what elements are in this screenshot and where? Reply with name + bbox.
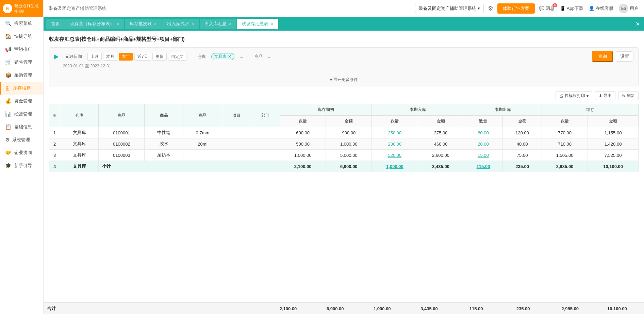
- subtotal-in-qty-link[interactable]: 1,000.00: [386, 164, 403, 169]
- refresh-btn[interactable]: ↻ 刷新: [618, 91, 639, 100]
- table-row: 3 文具库 0100003 采访本 1,000.00 5,000.00 520.…: [49, 150, 639, 161]
- th-open-qty: 数量: [280, 116, 326, 127]
- query-button[interactable]: 查询: [592, 51, 613, 62]
- filter-collapse-btn[interactable]: ▶: [54, 53, 59, 60]
- th-dept: 部门: [251, 104, 280, 127]
- out-qty-link[interactable]: 15.00: [478, 153, 489, 158]
- warehouse-more[interactable]: ...: [240, 54, 243, 59]
- out-qty-link[interactable]: 20.00: [478, 142, 489, 147]
- sidebar-item-operations[interactable]: 📊 经营管理: [0, 108, 43, 120]
- expand-label: 展开更多条件: [333, 77, 358, 83]
- export-label: 导出: [604, 93, 612, 99]
- sidebar-item-search[interactable]: 🔍 搜索菜单: [0, 17, 43, 30]
- filter-date-range-row: 2023-01-01 至 2023-12-31: [54, 63, 633, 69]
- sidebar-item-collab[interactable]: 🤝 企业协同: [0, 146, 43, 159]
- cell-end-qty: 770.00: [542, 127, 588, 138]
- goods-more[interactable]: ...: [268, 54, 271, 59]
- tab-collect-summary[interactable]: 收发存汇总表 ✕: [237, 19, 278, 29]
- goods-label: 商品: [254, 54, 263, 60]
- tab-inout-summary-close[interactable]: ✕: [229, 22, 232, 26]
- tab-inout-summary[interactable]: 出入库汇总 ✕: [200, 19, 236, 29]
- cell-open-qty: 600.00: [280, 127, 326, 138]
- cell-warehouse: 文具库: [60, 127, 99, 138]
- tab-home-label: 首页: [51, 21, 60, 27]
- date-btn-custom[interactable]: 自定义: [168, 53, 186, 61]
- cell-warehouse: 文具库: [60, 138, 99, 150]
- sidebar-item-purchase[interactable]: 📦 采购管理: [0, 69, 43, 82]
- sidebar-item-system[interactable]: ⚙ 系统管理: [0, 133, 43, 146]
- tab-inout-summary-label: 出入库汇总: [204, 21, 227, 27]
- sidebar-item-marketing[interactable]: 📢 营销推广: [0, 43, 43, 56]
- message-icon: 💬: [539, 6, 544, 11]
- cell-in-qty: 520.00: [372, 150, 418, 161]
- th-end-stock: 结存: [542, 104, 639, 116]
- warehouse-tag[interactable]: 文具库 ✕: [211, 53, 234, 60]
- subtotal-out-qty: 115.00: [464, 161, 503, 172]
- online-service-group[interactable]: 👤 在线客服: [589, 5, 613, 12]
- close-all-tabs-icon[interactable]: ✕: [634, 19, 641, 29]
- sidebar-item-guide[interactable]: 🎓 新手引导: [0, 159, 43, 172]
- footer-in-qty: 1,000.00: [359, 306, 406, 311]
- expand-conditions-btn[interactable]: ▾ 展开更多条件: [330, 77, 358, 83]
- cell-num: 3: [49, 150, 60, 161]
- system-dropdown[interactable]: 装备及固定资产辅助管理系统 ▾: [415, 4, 484, 13]
- tab-collect-summary-close[interactable]: ✕: [270, 22, 274, 26]
- date-btn-more[interactable]: 更多: [152, 53, 167, 61]
- out-qty-link[interactable]: 80.00: [478, 130, 489, 135]
- th-project: 项目: [222, 104, 251, 127]
- tab-batch-close[interactable]: ✕: [154, 22, 157, 26]
- experience-btn[interactable]: 体验行业方案: [497, 3, 535, 14]
- subtotal-out-qty-link[interactable]: 115.00: [477, 164, 490, 169]
- date-btn-year[interactable]: 本年: [119, 53, 133, 61]
- in-qty-link[interactable]: 520.00: [388, 153, 402, 158]
- tab-inout-flow-close[interactable]: ✕: [191, 22, 194, 26]
- operations-icon: 📊: [5, 111, 12, 117]
- chevron-down-icon: ▾: [478, 6, 480, 11]
- cell-out-amt: 40.00: [503, 138, 542, 150]
- date-btn-last-month[interactable]: 上月: [87, 53, 102, 61]
- in-qty-link[interactable]: 250.00: [388, 130, 402, 135]
- sidebar-item-quick[interactable]: 🏠 快捷导航: [0, 30, 43, 43]
- sidebar-item-basic[interactable]: 📋 基础信息: [0, 120, 43, 133]
- sidebar-item-sales[interactable]: 🛒 销售管理: [0, 56, 43, 69]
- tab-inout-flow[interactable]: 出入库流水 ✕: [162, 19, 199, 29]
- subtotal-warehouse: 文具库: [60, 161, 99, 172]
- main-area: 装备及固定资产辅助管理系统 装备及固定资产辅助管理系统 ▾ ⚙ 体验行业方案 💬…: [44, 0, 644, 314]
- sidebar-item-label: 经营管理: [14, 111, 32, 117]
- sidebar-item-inventory[interactable]: 🗄 库存核算: [0, 82, 43, 95]
- sidebar-item-finance[interactable]: 💰 资金管理: [0, 95, 43, 108]
- template-print-btn[interactable]: 🖨 换模板打印 ▾: [556, 91, 592, 100]
- cell-code: 0100001: [99, 127, 145, 138]
- filter-right-btns: 查询 设置: [592, 51, 633, 62]
- table-col-settings-icon[interactable]: ⚙: [53, 113, 56, 118]
- sidebar-item-label: 搜索菜单: [14, 20, 32, 27]
- settings-icon[interactable]: ⚙: [488, 5, 493, 12]
- logo-text-area: 畅捷通好生意 标准版: [14, 3, 39, 14]
- user-group[interactable]: Ea 用户: [619, 4, 639, 13]
- refresh-icon: ↻: [622, 94, 625, 98]
- app-download-group[interactable]: 📱 App下载: [560, 5, 583, 12]
- table-settings-button[interactable]: 设置: [616, 51, 633, 62]
- cell-dept: [251, 150, 280, 161]
- tab-home[interactable]: 首页: [46, 19, 65, 29]
- subtotal-out-amt: 235.00: [503, 161, 542, 172]
- tab-stock-close[interactable]: ✕: [116, 22, 119, 26]
- cell-open-amt: 1,000.00: [326, 138, 372, 150]
- table-header-row1: ⚙ 仓库 商品 商品 商品 项目 部门 库存期初 本期入库 本期出库 结存: [49, 104, 639, 116]
- th-in-qty: 数量: [372, 116, 418, 127]
- date-btn-7days[interactable]: 近7天: [134, 53, 151, 61]
- cell-project: [222, 150, 251, 161]
- warehouse-tag-value: 文具库: [214, 54, 227, 60]
- cell-out-amt: 75.00: [503, 150, 542, 161]
- warehouse-tag-close-icon[interactable]: ✕: [228, 54, 231, 59]
- messages-badge: 6: [552, 3, 557, 7]
- messages-group[interactable]: 💬 消息 6: [539, 5, 555, 12]
- th-end-qty: 数量: [542, 116, 588, 127]
- in-qty-link[interactable]: 230.00: [388, 142, 402, 147]
- data-table-container: ⚙ 仓库 商品 商品 商品 项目 部门 库存期初 本期入库 本期出库 结存 数量: [49, 104, 639, 297]
- data-table: ⚙ 仓库 商品 商品 商品 项目 部门 库存期初 本期入库 本期出库 结存 数量: [49, 104, 639, 172]
- export-btn[interactable]: ⬇ 导出: [595, 91, 615, 100]
- tab-batch[interactable]: 库存批次账 ✕: [125, 19, 162, 29]
- tab-stock[interactable]: 现存量（库存分布表） ✕: [65, 19, 124, 29]
- date-btn-cur-month[interactable]: 本月: [103, 53, 117, 61]
